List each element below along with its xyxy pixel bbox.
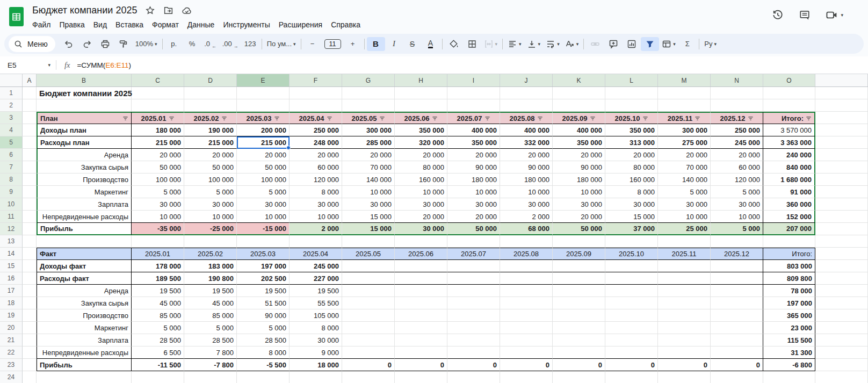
cell-D19[interactable]: 85 000 <box>184 309 237 322</box>
cell-F6[interactable]: 20 000 <box>290 149 342 161</box>
cell-I11[interactable]: 20 000 <box>447 211 500 223</box>
filter-icon[interactable] <box>806 115 812 121</box>
cell-P21[interactable] <box>815 334 868 346</box>
cell-L11[interactable]: 15 000 <box>605 211 658 223</box>
cell-K10[interactable]: 30 000 <box>553 198 605 211</box>
cell-P13[interactable] <box>815 235 868 248</box>
cell-H14[interactable]: 2025.06 <box>395 248 447 260</box>
input-tools-button[interactable]: Ру▾ <box>701 37 720 51</box>
cell-A13[interactable] <box>23 235 37 248</box>
merge-cells-button[interactable]: ▾ <box>481 37 501 51</box>
cell-P11[interactable] <box>815 211 868 223</box>
cell-N3[interactable]: 2025.12 <box>711 112 763 124</box>
cell-H1[interactable] <box>395 87 447 99</box>
cell-D16[interactable]: 190 800 <box>184 272 237 285</box>
cell-O5[interactable]: 3 363 000 <box>763 136 815 149</box>
cell-I20[interactable] <box>447 322 500 334</box>
column-header-H[interactable]: H <box>395 74 447 86</box>
cell-B7[interactable]: Закупка сырья <box>37 161 132 174</box>
cell-P20[interactable] <box>815 322 868 334</box>
cell-P19[interactable] <box>815 309 868 322</box>
cell-F16[interactable]: 227 000 <box>290 272 342 285</box>
row-header-17[interactable]: 17 <box>0 285 23 297</box>
insert-comment-button[interactable] <box>604 37 623 51</box>
cell-C9[interactable]: 5 000 <box>132 186 184 198</box>
cell-K2[interactable] <box>553 99 605 112</box>
cell-N14[interactable]: 2025.12 <box>711 248 763 260</box>
cell-K20[interactable] <box>553 322 605 334</box>
cell-K15[interactable] <box>553 260 605 272</box>
cell-A18[interactable] <box>23 297 37 309</box>
cell-G7[interactable]: 70 000 <box>342 161 395 174</box>
cell-C8[interactable]: 100 000 <box>132 174 184 186</box>
cell-E7[interactable]: 50 000 <box>237 161 290 174</box>
cell-P6[interactable] <box>815 149 868 161</box>
cell-K14[interactable]: 2025.09 <box>553 248 605 260</box>
cell-E14[interactable]: 2025.03 <box>237 248 290 260</box>
menu-file[interactable]: Файл <box>28 19 55 31</box>
cell-C13[interactable] <box>132 235 184 248</box>
cell-L7[interactable]: 80 000 <box>605 161 658 174</box>
cell-L20[interactable] <box>605 322 658 334</box>
cell-H23[interactable]: 0 <box>395 359 447 371</box>
increase-decimal-button[interactable]: .00→ <box>220 37 241 51</box>
cell-J22[interactable] <box>500 346 553 359</box>
cell-N5[interactable]: 245 000 <box>711 136 763 149</box>
cell-A6[interactable] <box>23 149 37 161</box>
cell-B24[interactable] <box>37 371 132 383</box>
column-header-O[interactable]: O <box>763 74 815 86</box>
cell-H11[interactable]: 20 000 <box>395 211 447 223</box>
cell-F23[interactable]: 18 000 <box>290 359 342 371</box>
cell-K18[interactable] <box>553 297 605 309</box>
cell-F3[interactable]: 2025.04 <box>290 112 342 124</box>
zoom-select[interactable]: 100%▾ <box>133 37 160 51</box>
name-box[interactable]: E5 ▾ <box>0 61 56 69</box>
cell-D17[interactable]: 19 500 <box>184 285 237 297</box>
cell-M8[interactable]: 140 000 <box>658 174 711 186</box>
cell-J3[interactable]: 2025.08 <box>500 112 553 124</box>
italic-button[interactable]: I <box>385 37 403 51</box>
column-header-P[interactable] <box>815 74 868 86</box>
cell-O14[interactable]: Итого: <box>763 248 815 260</box>
cell-P3[interactable] <box>815 112 868 124</box>
cell-P24[interactable] <box>815 371 868 383</box>
cell-A17[interactable] <box>23 285 37 297</box>
cell-K24[interactable] <box>553 371 605 383</box>
cell-K16[interactable] <box>553 272 605 285</box>
cell-L1[interactable] <box>605 87 658 99</box>
cell-I2[interactable] <box>447 99 500 112</box>
cell-O23[interactable]: -6 800 <box>763 359 815 371</box>
cell-L13[interactable] <box>605 235 658 248</box>
cell-L15[interactable] <box>605 260 658 272</box>
formula-input[interactable]: =СУММ(E6:E11) <box>77 61 131 69</box>
format-currency-button[interactable]: р. <box>165 37 183 51</box>
filter-icon[interactable] <box>432 115 438 121</box>
cell-H22[interactable] <box>395 346 447 359</box>
font-select[interactable]: По ум...▾ <box>264 37 299 51</box>
cell-M18[interactable] <box>658 297 711 309</box>
cell-H13[interactable] <box>395 235 447 248</box>
cell-J15[interactable] <box>500 260 553 272</box>
cell-D15[interactable]: 183 000 <box>184 260 237 272</box>
cell-E21[interactable]: 28 500 <box>237 334 290 346</box>
comments-icon[interactable] <box>799 9 811 21</box>
cell-G6[interactable]: 20 000 <box>342 149 395 161</box>
cell-G15[interactable] <box>342 260 395 272</box>
cell-M1[interactable] <box>658 87 711 99</box>
cell-A2[interactable] <box>23 99 37 112</box>
version-history-icon[interactable] <box>772 9 784 21</box>
cell-D8[interactable]: 100 000 <box>184 174 237 186</box>
cell-L9[interactable]: 8 000 <box>605 186 658 198</box>
cell-L24[interactable] <box>605 371 658 383</box>
format-percent-button[interactable]: % <box>183 37 201 51</box>
cell-L16[interactable] <box>605 272 658 285</box>
row-header-3[interactable]: 3 <box>0 112 23 124</box>
cell-B4[interactable]: Доходы план <box>37 124 132 136</box>
row-header-16[interactable]: 16 <box>0 272 23 285</box>
cell-O12[interactable]: 207 000 <box>763 223 815 235</box>
cell-N6[interactable]: 20 000 <box>711 149 763 161</box>
menu-extensions[interactable]: Расширения <box>274 19 327 31</box>
cell-H17[interactable] <box>395 285 447 297</box>
cell-N21[interactable] <box>711 334 763 346</box>
cell-P9[interactable] <box>815 186 868 198</box>
